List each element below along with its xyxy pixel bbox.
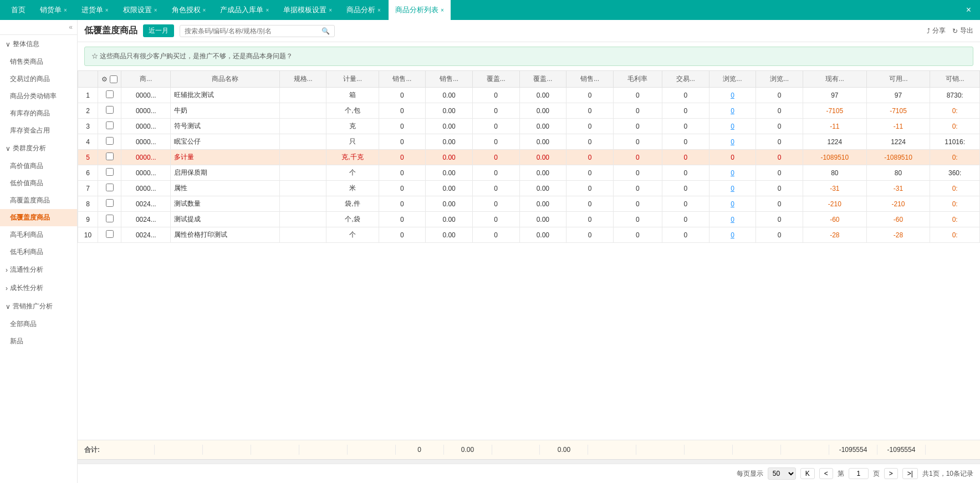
row-checkbox[interactable] [106,230,114,238]
cell-sales1: 0 [379,181,426,196]
nav-item-finished[interactable]: 产成品入库单 × [213,0,275,20]
cell-trade: 0 [662,150,710,165]
row-checkbox[interactable] [106,215,114,222]
cell-browse1[interactable]: 0 [709,227,756,243]
cell-cover2: 0.00 [519,227,566,243]
summary-cover1 [492,445,540,455]
nav-item-permission[interactable]: 权限设置 × [116,0,164,20]
nav-item-analysis[interactable]: 商品分析 × [340,0,387,20]
nav-close-sales[interactable]: × [64,7,67,13]
nav-item-purchase[interactable]: 进货单 × [75,0,115,20]
cell-browse1[interactable]: 0 [709,103,756,119]
cell-browse2: 0 [756,212,803,227]
cell-code: 0000... [121,165,171,181]
sidebar-section-flow[interactable]: › 流通性分析 [0,261,77,279]
share-button[interactable]: ⤴ 分享 [927,26,946,35]
row-checkbox[interactable] [106,168,114,176]
row-checkbox[interactable] [106,90,114,98]
sidebar-section-growth[interactable]: › 成长性分析 [0,279,77,297]
cell-browse1[interactable]: 0 [709,196,756,212]
search-icon[interactable]: 🔍 [321,27,330,35]
nav-close-purchase[interactable]: × [105,7,109,13]
last-page-btn[interactable]: >| [902,468,918,479]
th-seq [78,71,98,88]
nav-item-role[interactable]: 角色授权 × [165,0,213,20]
cell-trade: 0 [662,212,710,227]
cell-code: 0000... [121,88,171,103]
sidebar-item-high-profit[interactable]: 高毛利商品 [0,226,77,243]
next-page-btn[interactable]: > [884,468,898,479]
cell-name: 属性价格打印测试 [171,227,279,243]
page-unit: 页 [873,469,880,479]
top-nav: 首页 销货单 × 进货单 × 权限设置 × 角色授权 × 产成品入库单 × 单据… [0,0,980,20]
sidebar-section-structure[interactable]: ∨ 类群度分析 [0,139,77,157]
row-checkbox[interactable] [106,199,114,207]
cell-browse2: 0 [756,134,803,150]
nav-close-template[interactable]: × [329,7,332,13]
scrollbar[interactable] [78,459,980,464]
sidebar-item-sales-goods[interactable]: 销售类商品 [0,53,77,70]
cell-unit: 克,千克 [326,150,379,165]
cell-browse2: 0 [756,103,803,119]
nav-item-home[interactable]: 首页 [4,0,32,20]
cell-browse1[interactable]: 0 [709,212,756,227]
sidebar-item-high-value[interactable]: 高价值商品 [0,157,77,175]
cell-sellable: 0: [930,196,980,212]
cell-browse1[interactable]: 0 [709,134,756,150]
nav-close-analysis[interactable]: × [377,7,381,13]
sidebar-item-traded[interactable]: 交易过的商品 [0,70,77,88]
search-input[interactable] [185,27,318,35]
cell-sellable: 0: [930,150,980,165]
row-checkbox[interactable] [106,121,114,129]
export-button[interactable]: ↻ 导出 [952,26,973,35]
nav-item-template[interactable]: 单据模板设置 × [277,0,339,20]
cell-current: -1089510 [803,150,866,165]
cell-code: 0000... [121,150,171,165]
cell-sales1: 0 [379,196,426,212]
cell-browse1[interactable]: 0 [709,88,756,103]
sidebar-item-new[interactable]: 新品 [0,333,77,350]
row-checkbox[interactable] [106,137,114,145]
sidebar-item-low-coverage[interactable]: 低覆盖度商品 [0,209,77,226]
period-button[interactable]: 近一月 [143,24,174,37]
page-input[interactable] [849,468,869,479]
cell-browse1[interactable]: 0 [709,119,756,134]
cell-sales3: 0 [566,212,614,227]
settings-icon[interactable]: ⚙ [101,75,108,83]
nav-close-permission[interactable]: × [154,7,157,13]
sidebar-section-overall[interactable]: ∨ 整体信息 [0,35,77,53]
row-checkbox[interactable] [106,152,114,160]
sidebar-item-capital[interactable]: 库存资金占用 [0,122,77,139]
sidebar-item-high-coverage[interactable]: 高覆盖度商品 [0,192,77,209]
nav-close-finished[interactable]: × [266,7,269,13]
cell-browse2: 0 [756,165,803,181]
sidebar-item-category-rate[interactable]: 商品分类动销率 [0,88,77,105]
nav-item-sales[interactable]: 销货单 × [33,0,74,20]
cell-browse1[interactable]: 0 [709,165,756,181]
sidebar-item-low-value[interactable]: 低价值商品 [0,175,77,192]
cell-sales3: 0 [566,150,614,165]
nav-close-role[interactable]: × [203,7,206,13]
sidebar-collapse-btn[interactable]: « [0,20,77,35]
row-checkbox[interactable] [106,184,114,191]
cell-browse1[interactable]: 0 [709,181,756,196]
first-page-btn[interactable]: K [800,468,815,479]
page-size-select[interactable]: 50 100 200 [768,467,796,480]
prev-page-btn[interactable]: < [819,468,833,479]
table-wrapper: ⚙ 商... 商品名称 规格... 计量... 销售... 销售... 覆盖..… [78,70,980,440]
cell-unit: 袋,件 [326,196,379,212]
sidebar-item-in-stock[interactable]: 有库存的商品 [0,105,77,122]
cell-check [98,165,121,181]
sidebar-section-marketing[interactable]: ∨ 营销推广分析 [0,297,77,316]
nav-item-analysis-list[interactable]: 商品分析列表 × [389,0,451,20]
cell-sales1: 0 [379,134,426,150]
cell-check [98,103,121,119]
window-close-btn[interactable]: × [962,5,976,15]
table-row: 6 0000... 启用保质期 个 0 0.00 0 0.00 0 0 0 0 … [78,165,980,181]
nav-close-analysis-list[interactable]: × [441,7,444,13]
select-all-checkbox[interactable] [110,75,118,83]
row-checkbox[interactable] [106,106,114,114]
sidebar-item-all[interactable]: 全部商品 [0,316,77,333]
sidebar-item-low-profit[interactable]: 低毛利商品 [0,243,77,261]
cell-check [98,181,121,196]
